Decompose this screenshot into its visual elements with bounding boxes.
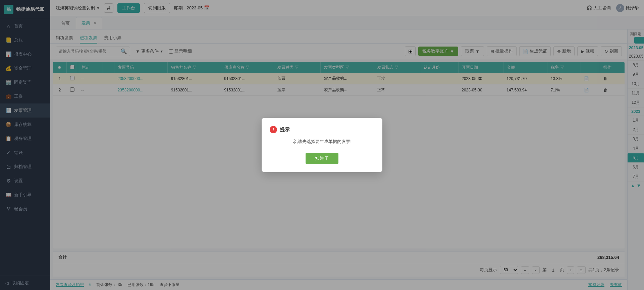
warning-icon: ! <box>270 126 277 133</box>
modal-message: 亲,请先选择要生成单据的发票! <box>270 139 374 145</box>
modal-title-row: ! 提示 <box>270 126 374 133</box>
modal-title: 提示 <box>280 127 290 133</box>
modal-footer: 知道了 <box>270 153 374 164</box>
modal-overlay: ! 提示 亲,请先选择要生成单据的发票! 知道了 <box>0 0 644 290</box>
modal-dialog: ! 提示 亲,请先选择要生成单据的发票! 知道了 <box>262 118 382 172</box>
modal-confirm-button[interactable]: 知道了 <box>306 153 338 164</box>
